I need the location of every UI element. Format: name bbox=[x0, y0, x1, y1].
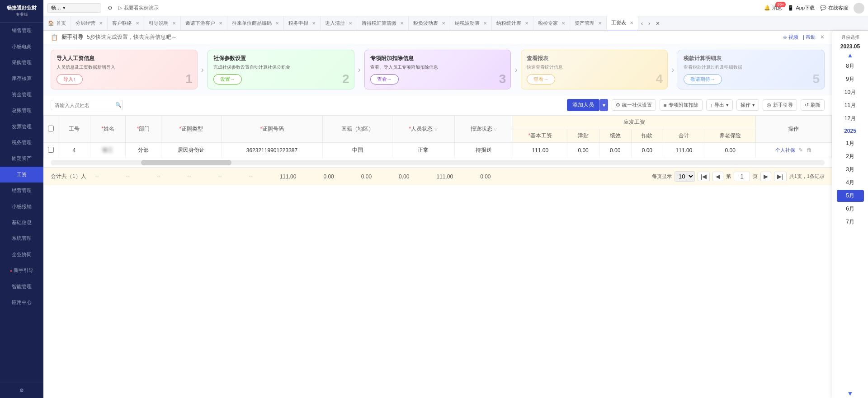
sidebar-item-tax[interactable]: 税务管理 bbox=[0, 135, 43, 150]
deduction-button[interactable]: ≡ 专项附加扣除 bbox=[660, 99, 702, 111]
tab-close-asset_mgmt[interactable]: ✕ bbox=[598, 21, 602, 26]
month-item-10[interactable]: 5月 bbox=[837, 190, 864, 202]
refresh-button[interactable]: ↺ 刷新 bbox=[801, 99, 825, 111]
tab-nav-next[interactable]: › bbox=[646, 20, 653, 27]
tab-clearance[interactable]: 进入清册✕ bbox=[321, 16, 357, 31]
month-item-2[interactable]: 10月 bbox=[837, 86, 864, 98]
month-down-nav[interactable]: ▼ bbox=[846, 389, 854, 398]
month-item-0[interactable]: 8月 bbox=[837, 60, 864, 72]
tab-tax_count[interactable]: 纳税统计表✕ bbox=[492, 16, 533, 31]
tab-close-income_tax[interactable]: ✕ bbox=[400, 21, 404, 26]
tab-tax_wave[interactable]: 税负波动表✕ bbox=[409, 16, 450, 31]
tab-asset_mgmt[interactable]: 资产管理✕ bbox=[570, 16, 607, 31]
sidebar-item-apps[interactable]: 应用中心 bbox=[0, 295, 43, 310]
add-person-button[interactable]: 添加人员 bbox=[567, 99, 599, 111]
sidebar-item-guide[interactable]: ● 新手引导 bbox=[0, 262, 43, 278]
app-download-button[interactable]: 📱 App下载 bbox=[788, 5, 815, 11]
month-item-12[interactable]: 7月 bbox=[837, 216, 864, 228]
tab-payroll[interactable]: 工资表✕ bbox=[607, 16, 638, 31]
guide-close-icon[interactable]: ✕ bbox=[820, 34, 825, 41]
sidebar-item-marketing[interactable]: 小畅报销 bbox=[0, 199, 43, 215]
tab-tax_expert[interactable]: 税检专家✕ bbox=[533, 16, 570, 31]
online-service-button[interactable]: 💬 在线客服 bbox=[820, 5, 848, 11]
tab-close-partition[interactable]: ✕ bbox=[99, 21, 103, 26]
social-settings-button[interactable]: ⚙ 统一社保设置 bbox=[612, 99, 656, 111]
sidebar-item-ledger[interactable]: 总账管理 bbox=[0, 103, 43, 118]
tab-vendor_code[interactable]: 往来单位商品编码✕ bbox=[227, 16, 284, 31]
month-item-6[interactable]: 1月 bbox=[837, 137, 864, 150]
tab-guide_ref[interactable]: 引导说明✕ bbox=[144, 16, 181, 31]
tab-invite[interactable]: 邀请下游客户✕ bbox=[181, 16, 227, 31]
tab-income_tax[interactable]: 所得税汇算清缴✕ bbox=[357, 16, 409, 31]
sidebar-item-purchase[interactable]: 采购管理 bbox=[0, 55, 43, 70]
tab-close-guide_ref[interactable]: ✕ bbox=[172, 21, 176, 26]
tab-tax_report[interactable]: 税务申报✕ bbox=[284, 16, 321, 31]
company-selector[interactable]: 畅… ▾ bbox=[47, 3, 101, 13]
delete-icon[interactable]: 🗑 bbox=[807, 147, 812, 153]
month-item-3[interactable]: 11月 bbox=[837, 99, 864, 112]
step-2-button[interactable]: 设置→ bbox=[213, 74, 242, 84]
sidebar-item-basic[interactable]: 基础信息 bbox=[0, 215, 43, 230]
sidebar-item-invoice[interactable]: 发票管理 bbox=[0, 119, 43, 135]
sidebar-item-sales[interactable]: 销售管理 bbox=[0, 23, 43, 38]
action-button[interactable]: 操作 ▾ bbox=[736, 99, 759, 111]
tab-partition[interactable]: 分层经营✕ bbox=[71, 16, 108, 31]
tab-close-invite[interactable]: ✕ bbox=[219, 21, 222, 26]
table-scrollbar[interactable] bbox=[51, 160, 825, 165]
guide-title[interactable]: 新手引导 bbox=[61, 33, 83, 41]
sidebar-item-operations[interactable]: 经营管理 bbox=[0, 183, 43, 198]
step-3-button[interactable]: 查看→ bbox=[370, 74, 399, 84]
select-all-checkbox[interactable] bbox=[48, 126, 54, 131]
guide-button[interactable]: ◎ 新手引导 bbox=[763, 99, 797, 111]
tab-close-tax_report[interactable]: ✕ bbox=[312, 21, 316, 26]
demo-button[interactable]: ▷ 我要看实例演示 bbox=[118, 5, 159, 11]
month-up-nav[interactable]: ▲ bbox=[846, 51, 854, 60]
step-1-button[interactable]: 导入↑ bbox=[57, 74, 83, 84]
tab-close-customer[interactable]: ✕ bbox=[136, 21, 139, 26]
row-checkbox[interactable] bbox=[48, 147, 54, 153]
tab-close-tax_expert[interactable]: ✕ bbox=[561, 21, 565, 26]
month-item-9[interactable]: 4月 bbox=[837, 177, 864, 189]
add-person-dropdown[interactable]: ▾ bbox=[599, 99, 608, 111]
tab-close-tax_count[interactable]: ✕ bbox=[525, 21, 528, 26]
month-item-4[interactable]: 12月 bbox=[837, 112, 864, 125]
tab-close-payroll[interactable]: ✕ bbox=[630, 20, 633, 25]
prev-page-button[interactable]: ◀ bbox=[712, 172, 723, 181]
help-link[interactable]: | 帮助 bbox=[803, 34, 816, 41]
search-icon[interactable]: 🔍 bbox=[115, 102, 122, 108]
last-page-button[interactable]: ▶| bbox=[774, 172, 786, 181]
sidebar-item-assets[interactable]: 固定资产 bbox=[0, 150, 43, 166]
first-page-button[interactable]: |◀ bbox=[698, 172, 710, 181]
search-input-wrapper[interactable]: 🔍 bbox=[51, 100, 123, 110]
tab-close-clearance[interactable]: ✕ bbox=[349, 21, 352, 26]
tab-close-vendor_code[interactable]: ✕ bbox=[275, 21, 279, 26]
tab-close-all[interactable]: ✕ bbox=[653, 20, 663, 27]
sidebar-item-ecommerce[interactable]: 小畅电商 bbox=[0, 39, 43, 55]
sidebar-settings[interactable]: ⚙ bbox=[0, 383, 43, 398]
tab-close-tax_wave[interactable]: ✕ bbox=[442, 21, 445, 26]
month-item-8[interactable]: 3月 bbox=[837, 164, 864, 176]
sidebar-item-system[interactable]: 系统管理 bbox=[0, 230, 43, 246]
tab-home[interactable]: 🏠 首页 bbox=[43, 16, 71, 31]
month-item-7[interactable]: 2月 bbox=[837, 150, 864, 163]
month-item-11[interactable]: 6月 bbox=[837, 203, 864, 215]
status-filter-icon[interactable]: ▽ bbox=[434, 127, 438, 131]
tab-customer[interactable]: 客户联络✕ bbox=[108, 16, 144, 31]
month-item-5[interactable]: 2025 bbox=[837, 126, 864, 136]
table-scrollbar-thumb[interactable] bbox=[141, 160, 231, 165]
user-avatar[interactable] bbox=[854, 3, 864, 14]
tab-tax_stat[interactable]: 纳税波动表✕ bbox=[450, 16, 492, 31]
notification-button[interactable]: 🔔 消息 99+ bbox=[764, 5, 782, 11]
search-input[interactable] bbox=[55, 103, 113, 108]
month-item-1[interactable]: 9月 bbox=[837, 73, 864, 85]
page-number-input[interactable] bbox=[734, 172, 750, 181]
sidebar-item-coop[interactable]: 企业协同 bbox=[0, 247, 43, 262]
sidebar-item-smart[interactable]: 智能管理 bbox=[0, 279, 43, 295]
edit-icon[interactable]: ✎ bbox=[798, 147, 803, 153]
sidebar-item-capital[interactable]: 资金管理 bbox=[0, 87, 43, 103]
tab-nav-prev[interactable]: ‹ bbox=[638, 20, 646, 27]
settings-icon[interactable]: ⚙ bbox=[105, 3, 115, 13]
video-link[interactable]: ⊙ 视频 bbox=[783, 34, 798, 41]
send-status-filter-icon[interactable]: ▽ bbox=[494, 127, 497, 131]
social-insurance-link[interactable]: 个人社保 bbox=[775, 147, 795, 153]
